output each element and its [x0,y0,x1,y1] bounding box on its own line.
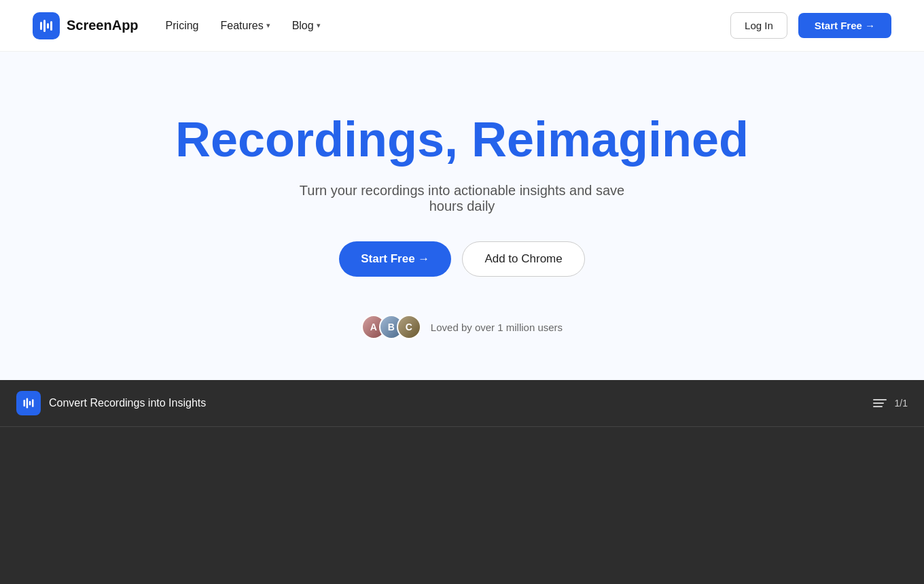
nav-right: Log In Start Free → [730,12,891,39]
social-proof-text: Loved by over 1 million users [431,322,563,333]
screenapp-icon [38,18,54,34]
svg-rect-6 [29,401,31,406]
navbar: ScreenApp Pricing Features ▾ Blog ▾ Log … [0,0,924,52]
hero-section: Recordings, Reimagined Turn your recordi… [0,52,924,394]
hero-start-free-button[interactable]: Start Free → [339,241,451,277]
nav-link-pricing[interactable]: Pricing [166,20,199,32]
nav-start-free-button[interactable]: Start Free → [798,13,891,38]
brand-name: ScreenApp [67,18,139,33]
hero-cta-group: Start Free → Add to Chrome [339,241,584,277]
bottom-bar-title: Convert Recordings into Insights [49,397,206,409]
svg-rect-2 [47,23,49,29]
logo[interactable]: ScreenApp [33,12,139,39]
avatar: C [397,315,421,339]
svg-rect-5 [26,398,29,409]
nav-link-features[interactable]: Features ▾ [221,20,270,32]
bottom-screenapp-icon [22,396,35,410]
login-button[interactable]: Log In [730,12,787,39]
list-line-1 [873,399,887,400]
svg-rect-0 [40,22,42,30]
svg-rect-4 [24,400,26,407]
svg-rect-3 [50,21,52,31]
hero-subtitle: Turn your recordings into actionable ins… [285,183,639,214]
bottom-bar-controls: 1/1 [873,398,908,409]
list-line-2 [873,402,884,404]
bottom-bar-content [0,427,924,584]
list-line-3 [873,406,883,407]
nav-links: Pricing Features ▾ Blog ▾ [166,20,321,32]
hero-title: Recordings, Reimagined [175,113,749,167]
svg-rect-7 [32,399,34,407]
bottom-bar-brand: Convert Recordings into Insights [16,391,206,415]
nav-link-blog[interactable]: Blog ▾ [292,20,321,32]
pagination-indicator: 1/1 [895,398,908,409]
avatar-group: A B C [361,315,421,339]
social-proof: A B C Loved by over 1 million users [361,315,563,339]
bottom-bar: Convert Recordings into Insights 1/1 [0,380,924,584]
logo-icon [33,12,60,39]
blog-chevron-icon: ▾ [317,21,321,30]
list-icon[interactable] [873,399,887,407]
bottom-bar-header: Convert Recordings into Insights 1/1 [0,380,924,427]
nav-left: ScreenApp Pricing Features ▾ Blog ▾ [33,12,321,39]
svg-rect-1 [43,20,46,32]
bottom-logo-icon [16,391,41,415]
hero-add-to-chrome-button[interactable]: Add to Chrome [462,241,584,277]
features-chevron-icon: ▾ [266,21,270,30]
